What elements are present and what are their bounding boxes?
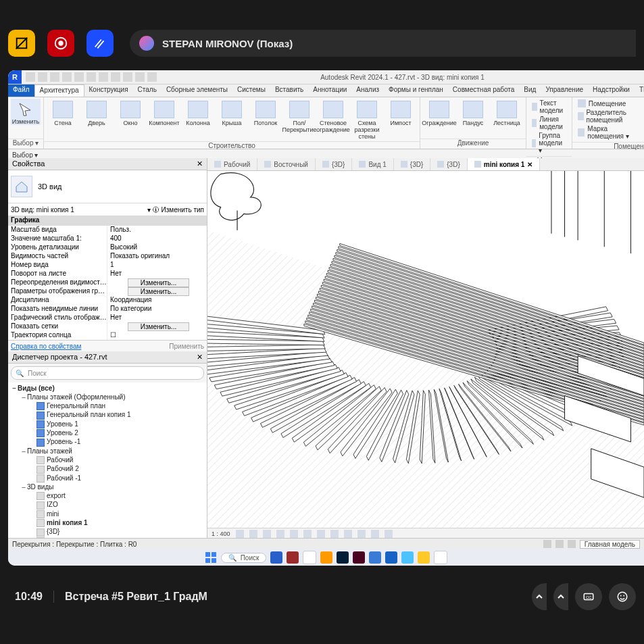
close-icon[interactable]: ✕ (197, 353, 203, 362)
chevron-up-icon[interactable] (532, 583, 547, 610)
tool-Схема разрезки стены[interactable]: Схема разрезки стены (351, 99, 383, 140)
view-tab[interactable]: {3D} (316, 158, 352, 170)
start-icon[interactable] (205, 551, 217, 564)
tab-file[interactable]: Файл (8, 84, 34, 97)
tree-node[interactable]: –Виды (все) (11, 384, 204, 393)
prop-row[interactable]: Видимость частейПоказать оригинал (8, 252, 207, 261)
tree-node[interactable]: IZO (11, 500, 204, 509)
tool-Дверь[interactable]: Дверь (80, 99, 113, 126)
tree-node[interactable]: mini (11, 510, 204, 518)
tree-node[interactable]: Генеральный план копия 1 (11, 410, 204, 419)
tool-Текст модели[interactable]: Текст модели (529, 99, 569, 115)
prop-row[interactable]: Значение масштаба 1:400 (8, 234, 207, 243)
tool-Колонна[interactable]: Колонна (182, 99, 214, 126)
view-scale[interactable]: 1 : 400 (212, 530, 230, 537)
tree-node[interactable]: Уровень 1 (11, 420, 204, 428)
props-instance[interactable]: 3D вид: mini копия 1 (11, 206, 74, 214)
tool-Потолок[interactable]: Потолок (249, 99, 282, 126)
tree-node[interactable]: mini копия 1 (11, 518, 204, 527)
windows-taskbar[interactable]: 🔍Поиск (8, 549, 644, 566)
tool-Стена[interactable]: Стена (47, 99, 79, 126)
qat-icons[interactable] (22, 72, 161, 82)
view-tab[interactable]: mini копия 1 ✕ (468, 158, 541, 170)
tree-node[interactable]: Рабочий -1 (11, 474, 204, 482)
tool-Помещение[interactable]: Помещение (575, 99, 644, 108)
view-tab[interactable]: Рабочий (207, 158, 257, 170)
view-tab[interactable]: Восточный (257, 158, 316, 170)
tool-modify[interactable]: Изменить (11, 99, 41, 125)
tree-node[interactable]: Генеральный план (11, 401, 204, 410)
tool-Стеновое ограждение[interactable]: Стеновое ограждение (317, 99, 349, 133)
tb-revit[interactable] (385, 551, 397, 564)
tb-app[interactable] (369, 551, 381, 564)
properties-type-selector[interactable]: 3D вид (8, 170, 207, 203)
taskbar-search[interactable]: 🔍Поиск (221, 553, 267, 563)
tool-Лестница[interactable]: Лестница (491, 99, 523, 126)
prop-row[interactable]: Траектория солнца☐ (8, 331, 207, 340)
mic-control[interactable] (525, 583, 547, 610)
prop-row[interactable]: ДисциплинаКоординация (8, 296, 207, 305)
tb-app[interactable] (434, 551, 447, 564)
close-icon[interactable]: ✕ (527, 161, 532, 168)
tb-app[interactable] (287, 551, 299, 564)
tool-Крыша[interactable]: Крыша (216, 99, 248, 126)
btn-present[interactable] (8, 30, 35, 57)
view-canvas[interactable] (207, 171, 644, 528)
props-apply[interactable]: Применить (169, 343, 204, 350)
props-help-link[interactable]: Справка по свойствам (11, 343, 81, 350)
tree-node[interactable]: Рабочий (11, 455, 204, 464)
prop-row[interactable]: Масштаб видаПольз. (8, 226, 207, 234)
tool-Пандус[interactable]: Пандус (457, 99, 489, 126)
tool-Группа модели ▾[interactable]: Группа модели ▾ (529, 131, 569, 155)
tab-arch[interactable]: Архитектура (34, 84, 84, 97)
tb-app[interactable] (270, 551, 282, 564)
tool-Компонент[interactable]: Компонент (148, 99, 180, 126)
tree-node[interactable]: –3D виды (11, 482, 204, 491)
prop-row[interactable]: Переопределения видимости/г...Изменить..… (8, 278, 207, 287)
tool-Окно[interactable]: Окно (114, 99, 147, 126)
props-group-graphics[interactable]: Графика (8, 216, 207, 226)
edit-type-button[interactable]: ▾ 🛈 Изменить тип (147, 206, 204, 214)
tree-node[interactable]: –Планы этажей (11, 447, 204, 455)
emoji-button[interactable] (609, 583, 636, 610)
tool-Линия модели[interactable]: Линия модели (529, 115, 569, 131)
view-control-bar[interactable]: 1 : 400 (207, 528, 644, 539)
tb-app[interactable] (401, 551, 414, 564)
tree-node[interactable]: {3D} (11, 527, 204, 536)
tb-explorer[interactable] (418, 551, 430, 564)
tool-Марка помещения ▾[interactable]: Марка помещения ▾ (575, 124, 644, 141)
tool-Пол/Перекрытие[interactable]: Пол/Перекрытие (283, 99, 316, 133)
tool-Ограждение[interactable]: Ограждение (423, 99, 455, 126)
tb-ps[interactable] (337, 551, 349, 564)
prop-row[interactable]: Параметры отображения граф...Изменить... (8, 287, 207, 296)
prop-row[interactable]: Показать сеткиИзменить... (8, 322, 207, 331)
prop-row[interactable]: Графический стиль отображен...Нет (8, 314, 207, 322)
tool-Разделитель помещений[interactable]: Разделитель помещений (575, 108, 644, 124)
close-icon[interactable]: ✕ (197, 159, 203, 168)
prop-row[interactable]: Показать невидимые линииПо категории (8, 305, 207, 314)
browser-search[interactable]: 🔍Поиск (11, 366, 204, 380)
tree-node[interactable]: –Планы этажей (Оформленный) (11, 393, 204, 401)
btn-record[interactable] (47, 30, 74, 57)
tree-node[interactable]: Рабочий 2 (11, 464, 204, 473)
workset-icon[interactable] (543, 540, 551, 548)
tree-node[interactable]: Уровень -1 (11, 437, 204, 446)
prop-row[interactable]: Номер вида1 (8, 261, 207, 270)
tree-node[interactable]: Уровень 2 (11, 428, 204, 437)
view-tabs[interactable]: РабочийВосточный{3D}Вид 1{3D}{3D}mini ко… (207, 158, 644, 171)
captions-button[interactable]: CC (575, 583, 602, 610)
tool-Импост[interactable]: Импост (385, 99, 417, 126)
view-tab[interactable]: {3D} (430, 158, 467, 170)
tb-id[interactable] (353, 551, 365, 564)
active-workset[interactable]: Главная модель (580, 540, 640, 549)
revit-logo-icon[interactable]: R (8, 70, 22, 84)
prop-row[interactable]: Поворот на листеНет (8, 270, 207, 278)
tb-chrome[interactable] (303, 551, 316, 564)
view-tab[interactable]: Вид 1 (352, 158, 393, 170)
ribbon-tabs[interactable]: Файл Архитектура Конструкция Сталь Сборн… (8, 84, 644, 97)
prop-row[interactable]: Уровень детализацииВысокий (8, 243, 207, 252)
view-tab[interactable]: {3D} (394, 158, 430, 170)
chevron-up-icon[interactable] (553, 583, 568, 610)
camera-control[interactable] (547, 583, 568, 610)
btn-annotate[interactable] (86, 30, 114, 57)
